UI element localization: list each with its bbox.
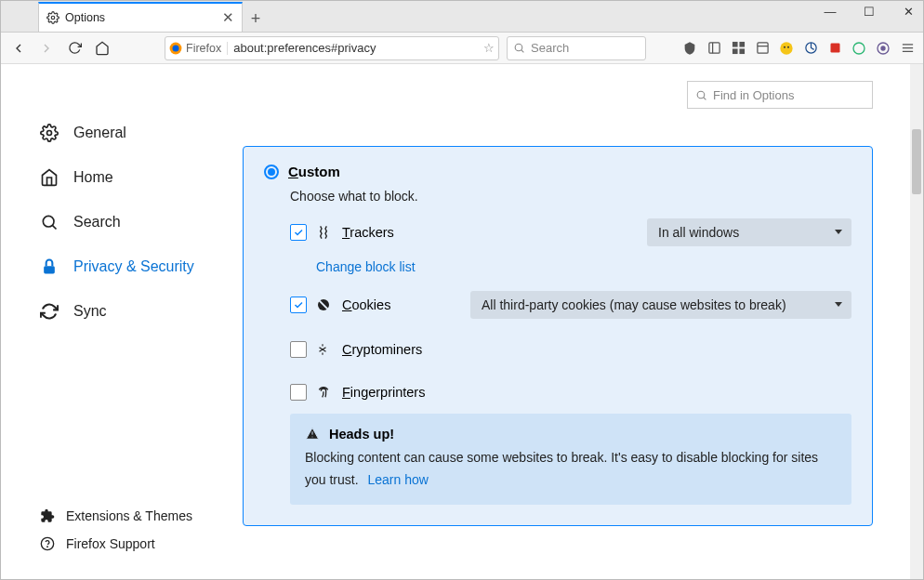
gear-icon (40, 124, 60, 142)
close-window-button[interactable]: ✕ (899, 5, 917, 19)
sidebar-label: Privacy & Security (73, 258, 194, 275)
minimize-button[interactable]: — (821, 5, 839, 19)
svg-point-22 (47, 547, 48, 547)
identity-box[interactable]: Firefox (169, 42, 228, 55)
ext-icon-9[interactable] (875, 40, 891, 57)
reload-button[interactable] (64, 38, 85, 59)
ext-icon-5[interactable] (778, 40, 795, 57)
sync-icon (40, 302, 60, 321)
preferences-content: General Home Search Privacy & Security S… (1, 64, 910, 579)
puzzle-icon (40, 508, 55, 523)
svg-point-3 (515, 44, 522, 51)
ext-icon-6[interactable] (802, 40, 819, 57)
svg-rect-8 (739, 48, 745, 54)
window-controls: — ☐ ✕ (821, 5, 917, 19)
bookmark-star-icon[interactable]: ☆ (483, 41, 495, 55)
sidebar-label: Sync (73, 303, 107, 320)
find-in-options[interactable]: Find in Options (687, 81, 873, 109)
menu-button[interactable] (899, 40, 916, 57)
cookies-row: Cookies All third-party cookies (may cau… (290, 291, 851, 319)
panel-title: Custom (288, 164, 340, 179)
svg-rect-4 (708, 43, 719, 53)
back-button[interactable] (8, 38, 29, 59)
cryptominers-label: Cryptominers (342, 342, 422, 357)
svg-rect-5 (732, 42, 737, 47)
scrollbar-thumb[interactable] (912, 129, 921, 194)
search-bar[interactable]: Search (507, 36, 646, 60)
heads-up-title: Heads up! (329, 427, 394, 442)
cryptominers-row: Cryptominers (290, 341, 851, 358)
trackers-select[interactable]: In all windows (647, 218, 851, 246)
ext-icon-8[interactable] (851, 40, 867, 57)
svg-rect-20 (44, 266, 55, 273)
cookies-checkbox[interactable] (290, 297, 307, 313)
extensions-link[interactable]: Extensions & Themes (40, 508, 192, 523)
fingerprinters-row: Fingerprinters (290, 384, 851, 401)
learn-how-link[interactable]: Learn how (367, 472, 428, 487)
svg-point-23 (697, 91, 705, 99)
help-icon (40, 536, 55, 551)
ext-icon-7[interactable] (826, 40, 843, 57)
svg-point-18 (47, 131, 52, 136)
svg-rect-9 (757, 43, 767, 53)
radio-selected-icon[interactable] (264, 165, 279, 179)
svg-point-17 (881, 46, 885, 50)
heads-up-box: Heads up! Blocking content can cause som… (290, 414, 851, 505)
toolbar-extensions (681, 40, 916, 57)
sidebar-item-privacy[interactable]: Privacy & Security (40, 244, 243, 289)
gear-icon (46, 11, 59, 24)
maximize-button[interactable]: ☐ (860, 5, 878, 19)
chevron-down-icon (835, 230, 842, 234)
category-sidebar: General Home Search Privacy & Security S… (1, 64, 243, 579)
new-tab-button[interactable]: + (243, 6, 269, 32)
ext-icon-4[interactable] (754, 40, 771, 57)
svg-point-0 (51, 16, 55, 20)
sidebar-item-general[interactable]: General (40, 111, 243, 155)
svg-rect-7 (732, 48, 737, 54)
sidebar-label: Home (73, 169, 113, 186)
ext-icon-1[interactable] (681, 40, 698, 57)
home-button[interactable] (92, 38, 112, 59)
cryptominers-icon (316, 342, 333, 357)
svg-point-19 (43, 216, 54, 227)
sidebar-item-sync[interactable]: Sync (40, 289, 243, 334)
trackers-checkbox[interactable] (290, 224, 307, 241)
vertical-scrollbar[interactable] (910, 64, 923, 579)
chevron-down-icon (835, 302, 842, 307)
navbar: Firefox about:preferences#privacy ☆ Sear… (1, 33, 923, 64)
svg-point-15 (853, 43, 865, 54)
support-link[interactable]: Firefox Support (40, 536, 192, 551)
svg-point-11 (784, 46, 785, 47)
svg-point-10 (780, 42, 792, 54)
trackers-row: Trackers In all windows (290, 218, 851, 246)
find-placeholder: Find in Options (713, 88, 794, 102)
change-blocklist-link[interactable]: Change block list (316, 259, 851, 274)
main-pane: Find in Options Custom Choose what to bl… (243, 64, 910, 579)
panel-subtitle: Choose what to block. (290, 189, 851, 204)
cookies-select[interactable]: All third-party cookies (may cause websi… (470, 291, 851, 319)
fingerprinters-label: Fingerprinters (342, 385, 425, 400)
sidebar-label: General (73, 125, 126, 141)
svg-point-2 (173, 45, 179, 51)
fingerprint-icon (316, 385, 333, 400)
lock-icon (40, 257, 60, 276)
trackers-icon (316, 225, 333, 240)
cookies-label: Cookies (342, 297, 390, 312)
warning-icon (305, 427, 320, 442)
sidebar-bottom-links: Extensions & Themes Firefox Support (40, 508, 192, 551)
tab-title: Options (65, 11, 105, 24)
ext-icon-3[interactable] (730, 40, 746, 57)
url-bar[interactable]: Firefox about:preferences#privacy ☆ (165, 36, 499, 60)
close-tab-icon[interactable]: ✕ (222, 9, 234, 26)
sidebar-item-search[interactable]: Search (40, 200, 243, 244)
url-text: about:preferences#privacy (233, 41, 478, 55)
browser-tab[interactable]: Options ✕ (38, 2, 243, 32)
fingerprinters-checkbox[interactable] (290, 384, 307, 401)
ext-icon-2[interactable] (706, 40, 722, 57)
custom-radio-row[interactable]: Custom (264, 164, 851, 179)
cryptominers-checkbox[interactable] (290, 341, 307, 358)
forward-button[interactable] (36, 38, 57, 59)
identity-label: Firefox (186, 42, 221, 55)
sidebar-item-home[interactable]: Home (40, 155, 243, 200)
search-placeholder: Search (531, 41, 569, 55)
